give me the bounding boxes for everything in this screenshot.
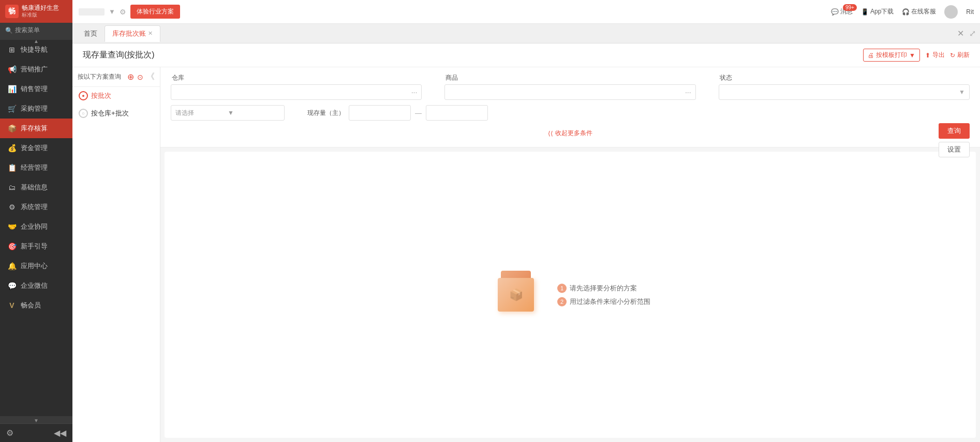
status-top-label: 状态 xyxy=(719,73,970,82)
refresh-label: 刷新 xyxy=(957,51,970,60)
industry-btn[interactable]: 体验行业方案 xyxy=(130,5,180,19)
tip-text-1: 请先选择要分析的方案 xyxy=(570,284,637,293)
topbar-right: 💬 消息 99+ 📱 App下载 🎧 在线客服 Rit xyxy=(831,5,974,19)
page-header: 现存量查询(按批次) 🖨 按模板打印 ▼ ⬆ 导出 ↻ 刷新 xyxy=(72,43,980,67)
tabs-bar: 首页 库存批次账 ✕ ✕ ⤢ xyxy=(72,24,980,43)
quick-nav-icon: ⊞ xyxy=(7,45,17,54)
newbie-icon: 🎯 xyxy=(7,242,17,251)
sidebar-item-system[interactable]: ⚙ 系统管理 xyxy=(0,197,72,217)
scheme-label: 按批次 xyxy=(91,91,111,100)
status-dropdown-icon[interactable]: ▼ xyxy=(959,89,965,96)
sidebar-search-label: 搜索菜单 xyxy=(15,26,40,35)
scheme-item-by-warehouse-batch[interactable]: ○ 按仓库+批次 xyxy=(72,105,160,122)
stock-status-select[interactable]: 请选择 ▼ xyxy=(171,105,285,121)
status-input-wrap[interactable]: ▼ xyxy=(719,84,970,100)
collapse-panel-icon[interactable]: 《 xyxy=(146,71,155,82)
sidebar-item-marketing[interactable]: 📢 营销推广 xyxy=(0,60,72,79)
tab-close-icon[interactable]: ✕ xyxy=(148,30,153,37)
topbar: ▼ ⚙ 体验行业方案 💬 消息 99+ 📱 App下载 🎧 在线客服 Rit xyxy=(72,0,980,24)
warehouse-input[interactable] xyxy=(175,89,411,96)
print-icon: 🖨 xyxy=(868,52,874,59)
refresh-icon: ↻ xyxy=(950,52,955,59)
sidebar-item-inventory[interactable]: 📦 库存核算 xyxy=(0,119,72,138)
scheme-item-by-batch[interactable]: ● 按批次 xyxy=(72,87,160,105)
stock-status-dropdown-icon[interactable]: ▼ xyxy=(228,109,280,116)
config-scheme-icon[interactable]: ⊙ xyxy=(137,73,143,81)
app-download-btn[interactable]: 📱 App下载 xyxy=(861,7,894,16)
action-buttons: 查询 设置 xyxy=(939,123,970,157)
stock-quantity-min[interactable] xyxy=(349,105,411,121)
sidebar-scroll-down[interactable]: ▼ xyxy=(0,416,72,423)
warehouse-dots[interactable]: ··· xyxy=(411,88,418,96)
print-dropdown-icon[interactable]: ▼ xyxy=(909,52,915,59)
sidebar-item-label: 基础信息 xyxy=(21,183,48,192)
sidebar-item-collab[interactable]: 🤝 企业协同 xyxy=(0,217,72,237)
status-input[interactable] xyxy=(723,89,959,96)
empty-state: 📦 1 请先选择要分析的方案 2 用过滤条件来缩小分析范围 xyxy=(165,152,976,438)
service-btn[interactable]: 🎧 在线客服 xyxy=(902,7,936,16)
stock-quantity-max[interactable] xyxy=(426,105,488,121)
warehouse-input-wrap[interactable]: ··· xyxy=(171,84,422,100)
system-icon: ⚙ xyxy=(7,202,17,212)
collab-icon: 🤝 xyxy=(7,222,17,231)
sidebar-header: 畅 畅康通好生意 标准版 xyxy=(0,0,72,23)
product-input-wrap[interactable]: ··· xyxy=(444,84,695,100)
headphone-icon: 🎧 xyxy=(902,8,910,16)
sidebar-item-label: 新手引导 xyxy=(21,242,48,251)
sidebar-item-newbie[interactable]: 🎯 新手引导 xyxy=(0,237,72,256)
sidebar-item-member[interactable]: V 畅会员 xyxy=(0,296,72,315)
sidebar-item-sales[interactable]: 📊 销售管理 xyxy=(0,79,72,99)
empty-tip-2: 2 用过滤条件来缩小分析范围 xyxy=(557,297,650,306)
settings-icon[interactable]: ⚙ xyxy=(6,428,13,438)
sales-icon: 📊 xyxy=(7,84,17,94)
collapse-sidebar-icon[interactable]: ◀◀ xyxy=(54,428,66,438)
expand-icon[interactable]: ⤢ xyxy=(969,28,976,38)
product-dots[interactable]: ··· xyxy=(685,88,691,96)
print-label: 按模板打印 xyxy=(876,51,907,60)
inventory-icon: 📦 xyxy=(7,124,17,133)
warehouse-top-label: 仓库 xyxy=(171,73,422,82)
filter-settings-btn[interactable]: 设置 xyxy=(939,142,970,157)
topbar-dropdown-icon[interactable]: ▼ xyxy=(109,8,115,16)
scheme-label: 按仓库+批次 xyxy=(91,109,129,118)
tab-inventory-batch[interactable]: 库存批次账 ✕ xyxy=(105,25,160,42)
sidebar-item-appstore[interactable]: 🔔 应用中心 xyxy=(0,256,72,276)
finance-icon: 💰 xyxy=(7,143,17,153)
sidebar-footer: ⚙ ◀◀ xyxy=(0,423,72,442)
service-label: 在线客服 xyxy=(911,7,936,16)
topbar-left: ▼ ⚙ 体验行业方案 xyxy=(79,5,826,19)
export-icon: ⬆ xyxy=(925,52,930,59)
sidebar-search[interactable]: 🔍 搜索菜单 xyxy=(0,23,72,38)
export-label: 导出 xyxy=(932,51,945,60)
left-panel-actions: ⊕ ⊙ 《 xyxy=(127,71,155,82)
avatar[interactable] xyxy=(944,5,958,19)
tab-home[interactable]: 首页 xyxy=(77,26,105,41)
topbar-gear-icon[interactable]: ⚙ xyxy=(120,8,126,16)
search-icon: 🔍 xyxy=(5,27,13,34)
filter-row-1: ··· ··· xyxy=(171,84,970,100)
sidebar-item-basic[interactable]: 🗂 基础信息 xyxy=(0,178,72,197)
app-label: App下载 xyxy=(870,7,894,16)
filter-area: 仓库 商品 状态 ··· xyxy=(160,67,980,148)
app-title: 畅康通好生意 xyxy=(22,4,59,11)
sidebar-item-label: 畅会员 xyxy=(21,301,41,310)
empty-tips: 1 请先选择要分析的方案 2 用过滤条件来缩小分析范围 xyxy=(557,284,650,306)
messages-btn[interactable]: 💬 消息 99+ xyxy=(831,7,853,16)
basic-icon: 🗂 xyxy=(7,183,17,192)
tip-text-2: 用过滤条件来缩小分析范围 xyxy=(570,297,650,306)
stock-quantity-label: 现存量（主） xyxy=(307,109,345,117)
operation-icon: 📋 xyxy=(7,163,17,172)
print-btn[interactable]: 🖨 按模板打印 ▼ xyxy=(863,49,920,62)
query-btn[interactable]: 查询 xyxy=(939,123,970,139)
product-input[interactable] xyxy=(449,89,685,96)
sidebar-item-wechat[interactable]: 💬 企业微信 xyxy=(0,276,72,296)
collapse-filters-btn[interactable]: ⟨⟨ 收起更多条件 xyxy=(171,126,970,141)
refresh-btn[interactable]: ↻ 刷新 xyxy=(950,51,970,60)
sidebar-item-operation[interactable]: 📋 经营管理 xyxy=(0,158,72,178)
close-tab-icon[interactable]: ✕ xyxy=(957,28,964,38)
export-btn[interactable]: ⬆ 导出 xyxy=(925,51,945,60)
add-scheme-icon[interactable]: ⊕ xyxy=(127,72,134,82)
sidebar-item-quick-nav[interactable]: ⊞ 快捷导航 xyxy=(0,40,72,60)
sidebar-item-finance[interactable]: 💰 资金管理 xyxy=(0,138,72,158)
sidebar-item-purchase[interactable]: 🛒 采购管理 xyxy=(0,99,72,119)
